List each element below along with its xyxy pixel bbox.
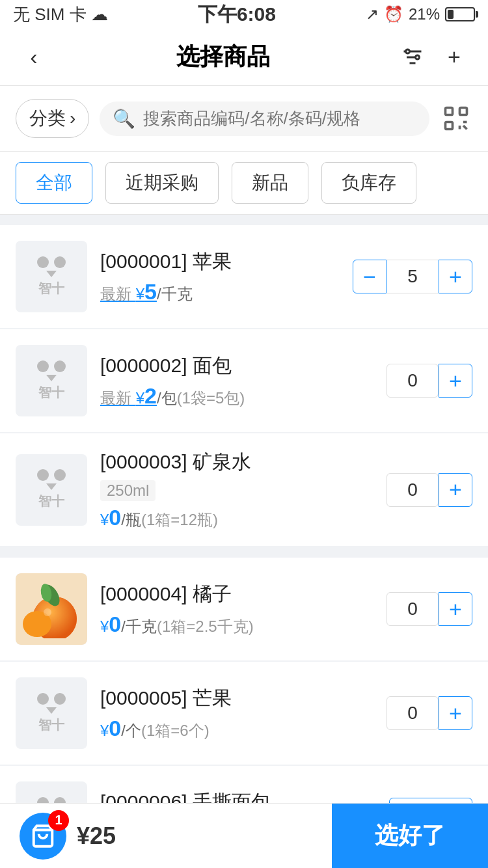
- back-button[interactable]: ‹: [20, 43, 48, 72]
- svg-point-17: [44, 608, 51, 616]
- svg-line-11: [463, 126, 467, 129]
- status-time: 下午6:08: [198, 1, 276, 28]
- quantity-ctrl-0000005: +: [386, 696, 472, 730]
- product-thumb-0000001: 智十: [16, 241, 87, 312]
- cart-total: ¥25: [77, 822, 116, 850]
- product-price-0000003: ¥0/瓶(1箱=12瓶): [100, 505, 373, 530]
- qty-input-0000003[interactable]: [386, 473, 439, 507]
- svg-point-3: [406, 49, 410, 53]
- category-label: 分类: [29, 106, 66, 131]
- add-button[interactable]: +: [440, 43, 468, 72]
- alarm-icon: ⏰: [384, 5, 403, 23]
- category-button[interactable]: 分类 ›: [16, 99, 89, 138]
- qty-plus-0000003[interactable]: +: [439, 473, 472, 507]
- qty-plus-0000005[interactable]: +: [439, 696, 472, 730]
- scan-button[interactable]: [440, 102, 472, 135]
- product-name-0000002: [0000002] 面包: [100, 353, 373, 379]
- qty-input-0000001[interactable]: [386, 260, 439, 293]
- nav-right: +: [398, 43, 468, 72]
- owl-logo: 智十: [37, 256, 66, 297]
- product-item-0000005: 智十 [0000005] 芒果 ¥0/个(1箱=6个) +: [0, 662, 488, 765]
- product-name-0000003: [0000003] 矿泉水: [100, 449, 373, 476]
- tab-all[interactable]: 全部: [16, 162, 92, 204]
- tab-new[interactable]: 新品: [232, 162, 308, 204]
- qty-input-0000002[interactable]: [386, 364, 439, 398]
- product-item-0000001: 智十 [0000001] 苹果 最新 ¥5/千克 − +: [0, 225, 488, 328]
- product-list: 智十 [0000001] 苹果 最新 ¥5/千克 − + 智十 [0000002…: [0, 225, 488, 868]
- product-info-0000003: [0000003] 矿泉水 250ml ¥0/瓶(1箱=12瓶): [100, 449, 373, 530]
- confirm-button[interactable]: 选好了: [332, 804, 488, 868]
- status-left: 无 SIM 卡 ☁: [13, 3, 108, 26]
- product-info-0000004: [0000004] 橘子 ¥0/千克(1箱=2.5千克): [100, 581, 373, 637]
- product-thumb-0000004: [16, 573, 87, 645]
- product-info-0000002: [0000002] 面包 最新 ¥2/包(1袋=5包): [100, 353, 373, 409]
- product-thumb-0000005: 智十: [16, 677, 87, 749]
- product-price-0000001: 最新 ¥5/千克: [100, 279, 340, 305]
- product-thumb-0000002: 智十: [16, 345, 87, 416]
- quantity-ctrl-0000002: +: [386, 364, 472, 398]
- product-item-0000003: 智十 [0000003] 矿泉水 250ml ¥0/瓶(1箱=12瓶) +: [0, 433, 488, 546]
- svg-rect-6: [460, 108, 467, 115]
- product-name-0000005: [0000005] 芒果: [100, 685, 373, 712]
- category-arrow: ›: [70, 108, 75, 129]
- search-icon: 🔍: [113, 108, 135, 129]
- search-input[interactable]: [143, 109, 416, 129]
- battery-percent: 21%: [409, 5, 440, 23]
- svg-rect-7: [446, 122, 453, 129]
- qty-minus-0000001[interactable]: −: [353, 260, 386, 293]
- product-name-0000001: [0000001] 苹果: [100, 249, 340, 275]
- quantity-ctrl-0000004: +: [386, 592, 472, 626]
- product-item-0000002: 智十 [0000002] 面包 最新 ¥2/包(1袋=5包) +: [0, 329, 488, 432]
- owl-logo-3: 智十: [37, 469, 66, 510]
- filter-icon[interactable]: [398, 43, 427, 72]
- svg-rect-5: [446, 108, 453, 115]
- nav-bar: ‹ 选择商品 +: [0, 29, 488, 86]
- divider-2: [0, 547, 488, 558]
- quantity-ctrl-0000001: − +: [353, 260, 472, 293]
- cart-icon-wrap[interactable]: 1: [20, 813, 66, 860]
- signal-text: 无 SIM 卡 ☁: [13, 3, 108, 26]
- tab-negative[interactable]: 负库存: [321, 162, 416, 204]
- svg-point-4: [416, 55, 420, 59]
- status-right: ↗ ⏰ 21%: [366, 5, 475, 23]
- product-info-0000005: [0000005] 芒果 ¥0/个(1箱=6个): [100, 685, 373, 741]
- bottom-bar: 1 ¥25 选好了: [0, 803, 488, 868]
- status-bar: 无 SIM 卡 ☁ 下午6:08 ↗ ⏰ 21%: [0, 0, 488, 29]
- qty-input-0000004[interactable]: [386, 592, 439, 626]
- tab-recent[interactable]: 近期采购: [105, 162, 219, 204]
- product-price-0000002: 最新 ¥2/包(1袋=5包): [100, 383, 373, 409]
- battery-icon: [445, 7, 475, 21]
- cart-badge: 1: [48, 810, 69, 831]
- nav-left: ‹: [20, 43, 48, 72]
- qty-plus-0000002[interactable]: +: [439, 364, 472, 398]
- page-title: 选择商品: [176, 41, 270, 73]
- qty-plus-0000004[interactable]: +: [439, 592, 472, 626]
- product-price-0000005: ¥0/个(1箱=6个): [100, 716, 373, 741]
- owl-logo-5: 智十: [37, 693, 66, 734]
- location-icon: ↗: [366, 5, 379, 23]
- owl-logo-2: 智十: [37, 360, 66, 401]
- quantity-ctrl-0000003: +: [386, 473, 472, 507]
- qty-input-0000005[interactable]: [386, 696, 439, 730]
- divider-1: [0, 215, 488, 225]
- product-price-0000004: ¥0/千克(1箱=2.5千克): [100, 612, 373, 637]
- product-item-0000004: [0000004] 橘子 ¥0/千克(1箱=2.5千克) +: [0, 558, 488, 660]
- tabs-row: 全部 近期采购 新品 负库存: [0, 152, 488, 215]
- product-info-0000001: [0000001] 苹果 最新 ¥5/千克: [100, 249, 340, 305]
- cart-area: 1 ¥25: [0, 813, 332, 860]
- qty-plus-0000001[interactable]: +: [439, 260, 472, 293]
- product-spec-0000003: 250ml: [100, 480, 156, 501]
- product-thumb-0000003: 智十: [16, 454, 87, 526]
- filter-row: 分类 › 🔍: [0, 86, 488, 152]
- search-bar: 🔍: [100, 102, 429, 136]
- product-name-0000004: [0000004] 橘子: [100, 581, 373, 608]
